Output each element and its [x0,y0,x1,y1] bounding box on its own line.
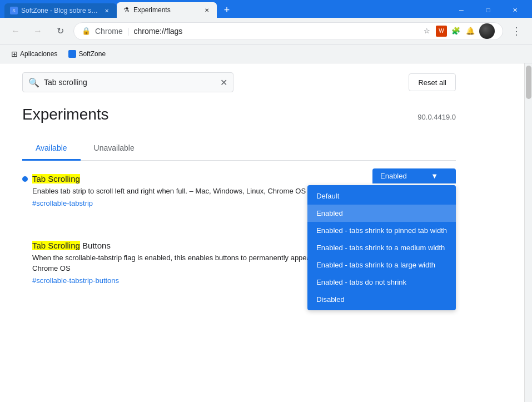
experiments-page: 🔍 ✕ Reset all Experiments 90.0.4419.0 Av… [0,63,478,285]
close-button[interactable]: ✕ [502,4,528,16]
profile-avatar[interactable] [479,23,495,39]
scrollbar-track[interactable] [524,63,532,402]
tab-inactive-close[interactable]: ✕ [102,6,111,15]
notifications-icon[interactable]: 🔔 [465,26,476,37]
back-button[interactable]: ← [7,22,24,40]
page-title: Experiments [22,106,109,123]
softzone-bookmark[interactable]: SoftZone [64,49,110,59]
minimize-button[interactable]: ─ [449,4,474,16]
address-separator: | [127,27,130,36]
dropdown-option-shrink-pinned[interactable]: Enabled - tabs shrink to pinned tab widt… [307,222,456,239]
reset-all-button[interactable]: Reset all [409,73,456,91]
dropdown-option-no-shrink[interactable]: Enabled - tabs do not shrink [307,274,456,291]
page: 🔍 ✕ Reset all Experiments 90.0.4419.0 Av… [0,63,532,402]
star-icon[interactable]: ☆ [421,26,432,37]
reload-button[interactable]: ↻ [51,22,69,40]
dropdown-option-enabled[interactable]: Enabled [307,205,456,222]
experiments-favicon: ⚗ [122,6,130,14]
address-site-name: Chrome [95,27,123,36]
page-title-row: Experiments 90.0.4419.0 [22,106,456,123]
experiments-list: Tab Scrolling Enables tab strip to scrol… [22,174,456,285]
title-bar: S SoftZone - Blog sobre software... ✕ ⚗ … [0,0,532,18]
dropdown-menu: Default Enabled Enabled - tabs shrink to… [307,185,456,310]
tab-active[interactable]: ⚗ Experiments ✕ [117,2,217,18]
dropdown-option-shrink-large[interactable]: Enabled - tabs shrink to a large width [307,256,456,274]
experiment-item-tab-scrolling: Tab Scrolling Enables tab strip to scrol… [22,174,456,207]
dropdown-option-default[interactable]: Default [307,187,456,205]
softzone-label: SoftZone [78,50,106,58]
address-icons: ☆ W 🧩 🔔 [421,23,495,39]
dropdown-arrow-icon: ▼ [431,172,438,180]
tab-active-label: Experiments [133,6,171,14]
dropdown-option-disabled[interactable]: Disabled [307,291,456,308]
tab-active-close[interactable]: ✕ [202,6,211,14]
nav-bar: ← → ↻ 🔒 Chrome | chrome://flags ☆ W 🧩 🔔 … [0,18,532,44]
softzone-favicon: S [10,7,18,14]
search-clear-icon[interactable]: ✕ [220,77,227,88]
window-controls: ─ □ ✕ [449,4,528,18]
address-bar[interactable]: 🔒 Chrome | chrome://flags ☆ W 🧩 🔔 [73,22,503,40]
search-input[interactable] [44,78,216,87]
office-icon[interactable]: W [436,26,447,37]
scrollbar-thumb[interactable] [526,66,531,99]
address-url: chrome://flags [133,27,417,36]
softzone-icon [68,50,76,58]
experiment-title-2: Tab Scrolling Buttons [32,241,111,250]
dropdown-container: Enabled ▼ Default Enabled Enabled - tabs… [372,168,456,183]
tabs-row: Available Unavailable [22,137,456,161]
bookmarks-bar: ⊞ Aplicaciones SoftZone [0,44,532,63]
search-icon: 🔍 [28,77,39,88]
lock-icon: 🔒 [82,27,91,35]
apps-label: Aplicaciones [20,50,57,58]
tab-inactive-label: SoftZone - Blog sobre software... [21,7,99,14]
tab-available[interactable]: Available [22,137,81,161]
tab-unavailable[interactable]: Unavailable [81,137,148,161]
search-box[interactable]: 🔍 ✕ [22,72,233,92]
dropdown-option-shrink-medium[interactable]: Enabled - tabs shrink to a medium width [307,239,456,256]
dropdown-wrapper: Enabled ▼ Default Enabled Enabled - tabs… [372,168,456,183]
dropdown-selected[interactable]: Enabled ▼ [372,168,456,183]
blue-dot-1 [22,176,28,182]
tab-inactive[interactable]: S SoftZone - Blog sobre software... ✕ [4,3,117,18]
page-content: 🔍 ✕ Reset all Experiments 90.0.4419.0 Av… [0,63,524,402]
menu-button[interactable]: ⋮ [508,22,525,40]
apps-icon: ⊞ [11,49,18,58]
extension-icon[interactable]: 🧩 [450,26,461,37]
experiment-title-1: Tab Scrolling [32,174,80,183]
apps-bookmark[interactable]: ⊞ Aplicaciones [7,48,62,59]
page-version: 90.0.4419.0 [417,113,456,121]
new-tab-button[interactable]: + [219,2,235,18]
dropdown-selected-label: Enabled [380,172,407,180]
forward-button[interactable]: → [29,22,47,40]
search-area: 🔍 ✕ Reset all [22,63,456,101]
maximize-button[interactable]: □ [475,4,501,16]
